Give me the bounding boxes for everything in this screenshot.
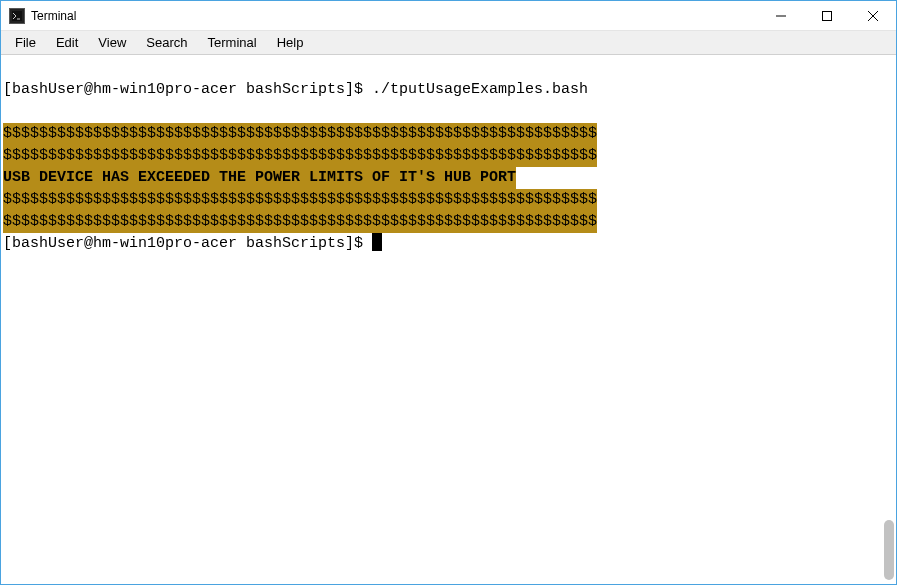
terminal-area[interactable]: [bashUser@hm-win10pro-acer bashScripts]$… xyxy=(1,55,896,584)
menubar: File Edit View Search Terminal Help xyxy=(1,31,896,55)
maximize-button[interactable] xyxy=(804,1,850,31)
menu-help[interactable]: Help xyxy=(267,33,314,52)
window-title: Terminal xyxy=(31,9,76,23)
cursor xyxy=(372,233,382,251)
terminal-line: [bashUser@hm-win10pro-acer bashScripts]$ xyxy=(3,233,894,255)
terminal-content: [bashUser@hm-win10pro-acer bashScripts]$… xyxy=(1,55,896,257)
output-decoration-line: $$$$$$$$$$$$$$$$$$$$$$$$$$$$$$$$$$$$$$$$… xyxy=(3,211,597,233)
svg-rect-3 xyxy=(823,11,832,20)
output-decoration-line: $$$$$$$$$$$$$$$$$$$$$$$$$$$$$$$$$$$$$$$$… xyxy=(3,123,597,145)
minimize-button[interactable] xyxy=(758,1,804,31)
menu-view[interactable]: View xyxy=(88,33,136,52)
output-decoration-line: $$$$$$$$$$$$$$$$$$$$$$$$$$$$$$$$$$$$$$$$… xyxy=(3,189,597,211)
menu-search[interactable]: Search xyxy=(136,33,197,52)
menu-edit[interactable]: Edit xyxy=(46,33,88,52)
terminal-icon xyxy=(9,8,25,24)
prompt-text: [bashUser@hm-win10pro-acer bashScripts]$ xyxy=(3,81,372,98)
prompt-text: [bashUser@hm-win10pro-acer bashScripts]$ xyxy=(3,235,372,252)
terminal-line: [bashUser@hm-win10pro-acer bashScripts]$… xyxy=(3,79,894,101)
titlebar: Terminal xyxy=(1,1,896,31)
close-button[interactable] xyxy=(850,1,896,31)
menu-file[interactable]: File xyxy=(5,33,46,52)
scrollbar-thumb[interactable] xyxy=(884,520,894,580)
output-message-line: USB DEVICE HAS EXCEEDED THE POWER LIMITS… xyxy=(3,167,516,189)
menu-terminal[interactable]: Terminal xyxy=(198,33,267,52)
command-text: ./tputUsageExamples.bash xyxy=(372,81,588,98)
output-decoration-line: $$$$$$$$$$$$$$$$$$$$$$$$$$$$$$$$$$$$$$$$… xyxy=(3,145,597,167)
